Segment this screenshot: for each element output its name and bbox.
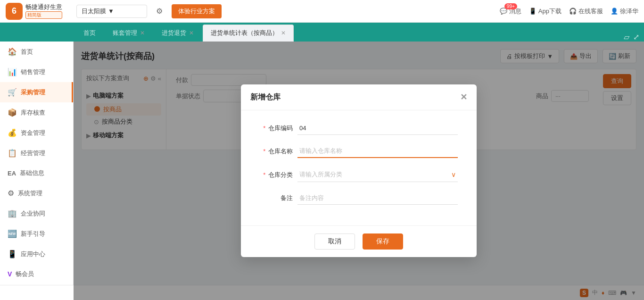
required-star-name: * bbox=[263, 148, 265, 155]
sidebar-item-member[interactable]: V 畅会员 bbox=[0, 264, 73, 284]
sales-icon: 📊 bbox=[8, 67, 17, 76]
online-service-button[interactable]: 🎧 在线客服 bbox=[569, 7, 603, 16]
username: 徐泽华 bbox=[620, 7, 638, 16]
store-dropdown-icon: ▼ bbox=[108, 8, 114, 15]
home-icon: 🏠 bbox=[8, 47, 17, 56]
sidebar-item-finance[interactable]: 💰 资金管理 bbox=[0, 123, 73, 143]
topbar-right: 💬 消息 99+ 📱 App下载 🎧 在线客服 👤 徐泽华 bbox=[500, 7, 638, 16]
online-service-label: 在线客服 bbox=[578, 7, 603, 16]
message-button[interactable]: 💬 消息 99+ bbox=[500, 7, 521, 16]
dialog-header: 新增仓库 ✕ bbox=[241, 84, 477, 110]
content-area: 进货单统计(按商品) 🖨 按模板打印 ▼ 📤 导出 🔄 刷新 bbox=[74, 42, 644, 300]
sidebar-item-sales[interactable]: 📊 销售管理 bbox=[0, 62, 73, 82]
tab-purchase-return[interactable]: 进货退货 ✕ bbox=[154, 25, 202, 42]
tab-home-label: 首页 bbox=[83, 29, 96, 37]
sidebar-item-finance-label: 资金管理 bbox=[21, 129, 45, 137]
topbar: 6 畅捷通好生意 精简版 日太阳膜 ▼ ⚙ 体验行业方案 💬 消息 99+ 📱 … bbox=[0, 0, 644, 23]
required-star-category: * bbox=[263, 171, 265, 178]
sidebar-item-purchase-label: 采购管理 bbox=[21, 88, 45, 97]
category-dropdown-icon: ∨ bbox=[451, 171, 456, 178]
name-label: * 仓库名称 bbox=[260, 147, 297, 156]
tab-purchase-stats-close[interactable]: ✕ bbox=[281, 30, 286, 36]
logo-area: 6 畅捷通好生意 精简版 bbox=[6, 3, 72, 20]
app-logo-icon: 6 bbox=[6, 3, 23, 20]
trial-button[interactable]: 体验行业方案 bbox=[172, 4, 222, 18]
tab-purchase-stats[interactable]: 进货单统计表（按商品） ✕ bbox=[203, 25, 294, 42]
settings-button[interactable]: ⚙ bbox=[152, 4, 167, 19]
brand-name: 畅捷通好生意 bbox=[25, 3, 62, 11]
new-warehouse-dialog: 新增仓库 ✕ * 仓库编码 * bbox=[241, 84, 477, 257]
category-placeholder: 请输入所属分类 bbox=[299, 170, 342, 179]
basic-icon: EA bbox=[8, 170, 16, 177]
cancel-button[interactable]: 取消 bbox=[314, 233, 355, 250]
tab-expand-icon[interactable]: ⤢ bbox=[633, 33, 639, 42]
code-label: * 仓库编码 bbox=[260, 124, 297, 133]
sidebar-item-purchase[interactable]: 🛒 采购管理 bbox=[0, 82, 73, 102]
inventory-icon: 📦 bbox=[8, 108, 17, 117]
sidebar-item-basic-label: 基础信息 bbox=[20, 169, 44, 177]
tab-purchase-return-label: 进货退货 bbox=[162, 29, 186, 37]
sidebar-item-inventory[interactable]: 📦 库存核查 bbox=[0, 102, 73, 123]
sidebar-item-guide[interactable]: 🆕 新手引导 bbox=[0, 224, 73, 244]
dialog-footer: 取消 保存 bbox=[241, 225, 477, 257]
sidebar-item-apps[interactable]: 📱 应用中心 bbox=[0, 244, 73, 264]
save-button[interactable]: 保存 bbox=[363, 233, 403, 250]
dialog-title: 新增仓库 bbox=[250, 92, 281, 102]
tab-account-label: 账套管理 bbox=[113, 29, 137, 37]
operation-icon: 📋 bbox=[8, 149, 17, 158]
sidebar-item-home-label: 首页 bbox=[21, 48, 33, 56]
sidebar-item-enterprise-label: 企业协同 bbox=[21, 209, 45, 218]
sidebar: 🏠 首页 📊 销售管理 🛒 采购管理 📦 库存核查 💰 资金管理 📋 经营管理 … bbox=[0, 42, 74, 300]
sidebar-item-apps-label: 应用中心 bbox=[21, 250, 45, 258]
category-label: * 仓库分类 bbox=[260, 171, 297, 179]
finance-icon: 💰 bbox=[8, 128, 17, 137]
brand-badge: 精简版 bbox=[25, 11, 62, 19]
category-select[interactable]: 请输入所属分类 ∨ bbox=[297, 167, 458, 182]
sidebar-item-operation-label: 经营管理 bbox=[21, 149, 45, 158]
phone-icon: 📱 bbox=[529, 8, 537, 15]
member-icon: V bbox=[8, 270, 12, 278]
sidebar-item-basic[interactable]: EA 基础信息 bbox=[0, 163, 73, 183]
form-row-code: * 仓库编码 bbox=[260, 122, 458, 135]
remark-input[interactable] bbox=[297, 192, 458, 205]
sidebar-item-home[interactable]: 🏠 首页 bbox=[0, 42, 73, 62]
remark-label: 备注 bbox=[260, 194, 297, 202]
form-row-remark: 备注 bbox=[260, 192, 458, 205]
form-row-name: * 仓库名称 bbox=[260, 144, 458, 158]
required-star-code: * bbox=[263, 125, 265, 132]
sidebar-item-system-label: 系统管理 bbox=[18, 189, 42, 198]
store-selector[interactable]: 日太阳膜 ▼ bbox=[76, 5, 147, 18]
user-profile[interactable]: 👤 徐泽华 bbox=[611, 7, 638, 16]
tab-minimize-icon[interactable]: ▱ bbox=[624, 33, 629, 42]
form-row-category: * 仓库分类 请输入所属分类 ∨ bbox=[260, 167, 458, 182]
code-input[interactable] bbox=[297, 122, 458, 135]
tab-account[interactable]: 账套管理 ✕ bbox=[105, 25, 153, 42]
name-input[interactable] bbox=[297, 144, 458, 158]
app-download-button[interactable]: 📱 App下载 bbox=[529, 7, 561, 16]
dialog-body: * 仓库编码 * 仓库名称 bbox=[241, 110, 477, 225]
tab-home[interactable]: 首页 bbox=[75, 25, 104, 42]
dialog-close-button[interactable]: ✕ bbox=[460, 92, 467, 102]
app-download-label: App下载 bbox=[538, 7, 561, 16]
sidebar-item-sales-label: 销售管理 bbox=[21, 68, 45, 76]
guide-icon: 🆕 bbox=[8, 229, 17, 238]
tab-purchase-return-close[interactable]: ✕ bbox=[189, 30, 194, 36]
enterprise-icon: 🏢 bbox=[8, 209, 17, 218]
tab-purchase-stats-label: 进货单统计表（按商品） bbox=[211, 29, 278, 37]
sidebar-item-guide-label: 新手引导 bbox=[21, 230, 45, 238]
tabbar-actions: ▱ ⤢ bbox=[624, 33, 644, 42]
apps-icon: 📱 bbox=[8, 250, 17, 258]
main-layout: 🏠 首页 📊 销售管理 🛒 采购管理 📦 库存核查 💰 资金管理 📋 经营管理 … bbox=[0, 42, 644, 300]
tabbar: 首页 账套管理 ✕ 进货退货 ✕ 进货单统计表（按商品） ✕ ▱ ⤢ bbox=[0, 23, 644, 42]
purchase-icon: 🛒 bbox=[8, 88, 17, 97]
tab-account-close[interactable]: ✕ bbox=[140, 30, 145, 36]
sidebar-item-operation[interactable]: 📋 经营管理 bbox=[0, 143, 73, 163]
sidebar-item-member-label: 畅会员 bbox=[16, 270, 34, 278]
headset-icon: 🎧 bbox=[569, 8, 577, 15]
user-icon: 👤 bbox=[611, 8, 618, 15]
sidebar-item-enterprise[interactable]: 🏢 企业协同 bbox=[0, 203, 73, 224]
sidebar-item-system[interactable]: ⚙ 系统管理 bbox=[0, 183, 73, 203]
store-name: 日太阳膜 bbox=[82, 7, 106, 16]
message-badge: 99+ bbox=[504, 3, 517, 9]
system-icon: ⚙ bbox=[8, 189, 14, 198]
